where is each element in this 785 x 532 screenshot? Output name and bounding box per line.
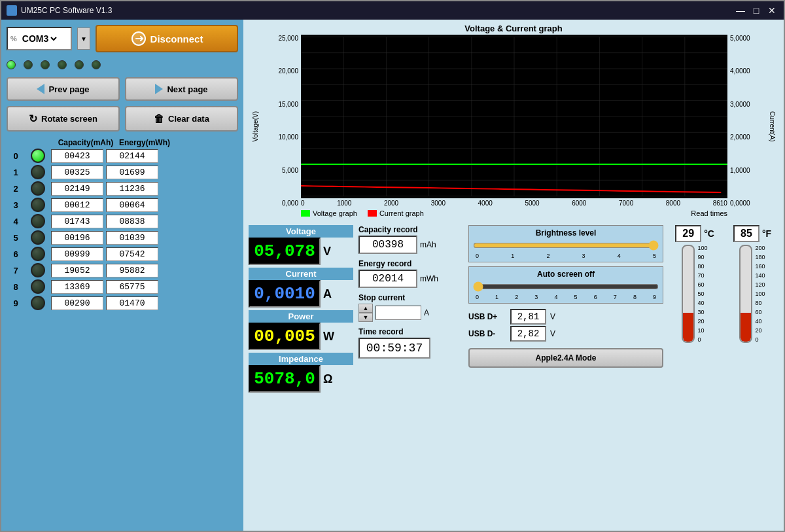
nav-row: Prev page Next page: [7, 77, 238, 101]
disconnect-button[interactable]: Disconnect: [96, 25, 238, 52]
impedance-display: 5078,0: [249, 365, 321, 393]
y-axis-right: 5,00004,00003,00002,00001,00000,0000: [727, 35, 765, 219]
row-energy: [106, 215, 158, 228]
row-energy: [106, 231, 158, 245]
energy-value[interactable]: [106, 296, 158, 310]
capacity-value[interactable]: [51, 166, 103, 179]
x-tick: 8610: [713, 200, 727, 207]
com-arrow-btn[interactable]: ▼: [77, 27, 90, 50]
next-page-label: Next page: [167, 84, 207, 94]
x-tick: 4000: [478, 200, 493, 207]
time-record-label: Time record: [358, 327, 463, 336]
table-row: 2: [7, 181, 238, 196]
current-label: Current: [249, 268, 353, 280]
capacity-value[interactable]: [51, 182, 103, 196]
row-energy: [106, 264, 158, 277]
capacity-value[interactable]: [51, 264, 103, 277]
next-page-button[interactable]: Next page: [125, 77, 238, 101]
row-index: 2: [7, 184, 25, 194]
spin-down-btn[interactable]: ▼: [358, 313, 373, 322]
energy-value[interactable]: [106, 215, 158, 228]
led-indicator: [31, 149, 45, 163]
energy-value[interactable]: [106, 198, 158, 212]
current-value-row: 0,0010 A: [249, 280, 353, 308]
x-tick: 6000: [572, 200, 586, 207]
y-right-tick: 4,0000: [730, 67, 750, 75]
energy-value[interactable]: [106, 182, 158, 196]
brightness-slider[interactable]: [473, 240, 659, 251]
row-led: [27, 214, 48, 228]
col-capacity-header: Capacity(mAh): [58, 138, 114, 147]
temp-c-scale: 1009080706050403020100: [697, 245, 707, 343]
usb-dm-value: 2,82: [510, 326, 546, 342]
apple-mode-button[interactable]: Apple2.4A Mode: [468, 348, 663, 368]
y-left-tick: 10,000: [278, 133, 298, 141]
led-indicator: [31, 198, 45, 212]
row-index: 0: [7, 151, 25, 161]
power-label: Power: [249, 310, 353, 323]
com-select[interactable]: COM3: [20, 33, 59, 44]
row-led: [27, 165, 48, 179]
energy-value[interactable]: [106, 247, 158, 261]
row-capacity: [51, 182, 103, 196]
row-capacity: [51, 215, 103, 228]
temp-c-display: 29: [675, 225, 701, 242]
indicator-1: [24, 60, 33, 69]
arrow-left-icon: [37, 84, 44, 94]
prev-page-label: Prev page: [48, 84, 89, 94]
maximize-button[interactable]: □: [750, 5, 763, 16]
temp-f-tick: 160: [755, 263, 765, 270]
minimize-button[interactable]: —: [734, 5, 747, 16]
graph-legend: Voltage graphCurrent graph: [301, 208, 424, 219]
row-capacity: [51, 149, 103, 163]
usb-dp-label: USB D+: [468, 312, 506, 321]
indicator-0: [7, 60, 16, 69]
temp-f-fill: [741, 313, 751, 342]
autoscreen-tick: 9: [653, 294, 656, 300]
row-capacity: [51, 280, 103, 294]
capacity-value[interactable]: [51, 231, 103, 245]
brightness-tick: 1: [511, 253, 514, 259]
temp-c-tick: 30: [697, 309, 707, 315]
row-index: 4: [7, 217, 25, 226]
legend-color: [301, 210, 310, 217]
current-block: Current 0,0010 A: [249, 268, 353, 308]
row-index: 8: [7, 282, 25, 292]
capacity-value[interactable]: [51, 198, 103, 212]
stop-current-input[interactable]: 0,15: [375, 306, 421, 320]
row-index: 9: [7, 298, 25, 308]
capacity-value[interactable]: [51, 280, 103, 294]
time-record-block: Time record 00:59:37: [358, 327, 463, 359]
capacity-value[interactable]: [51, 296, 103, 310]
clear-data-button[interactable]: 🗑 Clear data: [125, 106, 238, 132]
capacity-value[interactable]: [51, 247, 103, 261]
time-record-display: 00:59:37: [358, 338, 430, 359]
spin-up-btn[interactable]: ▲: [358, 304, 373, 313]
metrics-col2: Capacity record 00398 mAh Energy record …: [358, 225, 463, 527]
energy-value[interactable]: [106, 231, 158, 245]
temp-f-tick: 140: [755, 272, 765, 279]
rotate-screen-button[interactable]: ↻ Rotate screen: [7, 106, 120, 132]
brightness-tick: 0: [476, 253, 479, 259]
row-energy: [106, 280, 158, 294]
stop-spinbox[interactable]: ▲ ▼: [358, 304, 373, 322]
capacity-value[interactable]: [51, 215, 103, 228]
row-energy: [106, 296, 158, 310]
temp-f-tick: 20: [755, 327, 765, 334]
x-tick: 5000: [525, 200, 539, 207]
capacity-value[interactable]: [51, 149, 103, 163]
row-index: 6: [7, 249, 25, 259]
row-capacity: [51, 231, 103, 245]
temp-c-tick: 60: [697, 281, 707, 288]
close-button[interactable]: ✕: [765, 5, 778, 16]
energy-value[interactable]: [106, 166, 158, 179]
prev-page-button[interactable]: Prev page: [7, 77, 120, 101]
energy-value[interactable]: [106, 280, 158, 294]
energy-value[interactable]: [106, 264, 158, 277]
usb-dm-unit: V: [550, 329, 555, 338]
row-led: [27, 230, 48, 245]
autoscreen-slider[interactable]: [473, 281, 659, 292]
energy-value[interactable]: [106, 149, 158, 163]
y-right-tick: 1,0000: [730, 167, 750, 174]
temp-f-tick: 120: [755, 281, 765, 288]
